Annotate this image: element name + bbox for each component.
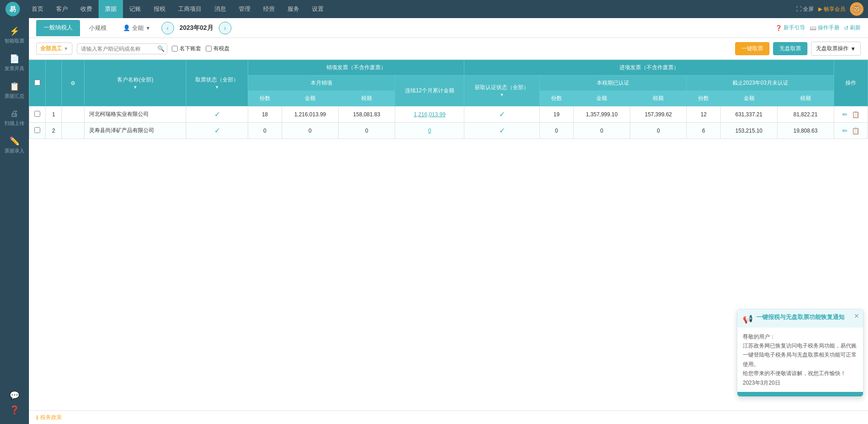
row-status: ✓ [186, 123, 248, 139]
th-unconfirmed-tax: 税额 [777, 91, 834, 106]
table-row: 1 河北柯瑞格实业有限公司 ✓ 18 1,216,013.99 158,081.… [29, 106, 868, 123]
row-purchase-count: 19 [539, 106, 573, 123]
notification-greeting: 尊敬的用户： [743, 332, 858, 341]
checkbox-tax-disk[interactable]: 有税盘 [206, 45, 230, 52]
row-checkbox[interactable] [34, 111, 40, 117]
next-month-btn[interactable]: › [219, 22, 231, 34]
row-action: ✏ 📋 [834, 106, 868, 123]
th-sales-count: 份数 [248, 91, 282, 106]
row-unconfirmed-tax: 19,808.63 [777, 123, 834, 139]
search-input[interactable] [77, 43, 167, 54]
purchase-confirm-icon: ✓ [499, 127, 505, 134]
th-sales: 销项发票（不含作废票） [248, 60, 464, 76]
prev-month-btn[interactable]: ‹ [161, 22, 174, 34]
svg-text:易: 易 [9, 5, 16, 13]
bottom-bar: ℹ 税务政策 [29, 410, 868, 424]
tax-policy-link[interactable]: ℹ 税务政策 [36, 414, 62, 421]
nav-home[interactable]: 首页 [25, 0, 50, 18]
nav-fee[interactable]: 收费 [74, 0, 99, 18]
all-icon: 👤 [123, 24, 130, 31]
edit-icon[interactable]: ✏ [842, 111, 848, 118]
member-icon: ▶ [818, 6, 822, 12]
sidebar-item-invoice-entry[interactable]: ✏️ 票据录入 [1, 133, 28, 158]
nav-service[interactable]: 服务 [281, 0, 306, 18]
notification-header: 📢 一键报税与无盘取票功能恢复通知 [737, 310, 863, 328]
sidebar-item-invoice-summary[interactable]: 📋 票据汇总 [1, 78, 28, 103]
invoice-issue-icon: 📄 [9, 54, 19, 64]
row-sales-tax: 0 [339, 123, 395, 139]
sidebar-item-smart-ticket[interactable]: ⚡ 智能取票 [1, 23, 28, 48]
row-sales-count: 0 [248, 123, 282, 139]
customer-filter-icon[interactable]: ▼ [133, 85, 137, 90]
nav-operation[interactable]: 经营 [257, 0, 281, 18]
nav-settings[interactable]: 设置 [306, 0, 330, 18]
notification-close-btn[interactable]: ✕ [854, 312, 859, 319]
select-all-checkbox[interactable] [34, 80, 40, 86]
employee-select[interactable]: 全部员工 ▼ [36, 43, 72, 55]
row-sales-amount: 1,216,013.99 [282, 106, 338, 123]
manual-btn[interactable]: 📖 操作手册 [810, 24, 840, 32]
purchase-confirm-icon: ✓ [499, 110, 505, 118]
th-purchase-count: 份数 [539, 91, 573, 106]
sidebar-item-invoice-issue[interactable]: 📄 发票开具 [1, 50, 28, 76]
status-filter-icon[interactable]: ▼ [215, 85, 219, 90]
chat-icon[interactable]: 💬 [9, 391, 19, 400]
continuous-link[interactable]: 1,216,013.99 [414, 111, 445, 118]
nav-customer[interactable]: 客户 [50, 0, 74, 18]
employee-select-arrow: ▼ [64, 46, 68, 51]
nav-business[interactable]: 工商项目 [172, 0, 208, 18]
th-purchase-amount: 金额 [573, 91, 630, 106]
smart-ticket-icon: ⚡ [9, 26, 19, 36]
notification-scroll [737, 392, 863, 396]
main-table: ⚙ 客户名称(全部) ▼ 取票状态（全部） ▼ 销项发票（不含作废票） 进项发票… [29, 60, 868, 139]
row-checkbox[interactable] [34, 127, 40, 133]
detail-icon[interactable]: 📋 [852, 127, 859, 134]
detail-icon[interactable]: 📋 [852, 111, 859, 118]
nav-tax[interactable]: 报税 [147, 0, 172, 18]
nav-manage[interactable]: 管理 [232, 0, 257, 18]
th-continuous: 连续12个月累计金额 [395, 76, 464, 106]
sidebar-item-scan-upload[interactable]: 🖨 扫描上传 [1, 105, 28, 130]
nav-message[interactable]: 消息 [208, 0, 232, 18]
avatar[interactable]: 🐵 [850, 2, 863, 16]
tab-all[interactable]: 👤 全能 ▼ [116, 20, 158, 36]
refresh-btn[interactable]: ↺ 刷新 [844, 24, 861, 32]
notification-title: 一键报税与无盘取票功能恢复通知 [756, 313, 844, 321]
confirm-status-filter-icon[interactable]: ▼ [500, 92, 504, 97]
tab-general-taxpayer[interactable]: 一般纳税人 [36, 20, 80, 36]
checkbox-tax-disk-input[interactable] [206, 46, 212, 52]
nav-invoice[interactable]: 票据 [99, 0, 123, 18]
table-row: 2 灵寿县尚泽矿产品有限公司 ✓ 0 0 0 0 ✓ 0 0 0 6 153,2… [29, 123, 868, 139]
new-guide-btn[interactable]: ❓ 新手引导 [775, 24, 805, 32]
settings-icon[interactable]: ⚙ [71, 80, 75, 86]
th-deadline-unconfirmed: 截止2023年03月未认证 [687, 76, 834, 91]
checkbox-account[interactable]: 名下账套 [172, 45, 201, 52]
help-icon[interactable]: ❓ [9, 405, 19, 415]
edit-icon[interactable]: ✏ [842, 127, 848, 134]
status-check-icon: ✓ [214, 110, 220, 118]
no-disk-ticket-btn[interactable]: 无盘取票 [773, 42, 807, 55]
tab-expand-icon[interactable]: ▼ [146, 25, 151, 31]
notification-closing: 给您带来的不便敬请谅解，祝您工作愉快！ [743, 369, 858, 378]
row-sales-continuous: 0 [395, 123, 464, 139]
th-customer: 客户名称(全部) ▼ [85, 60, 186, 106]
one-click-ticket-btn[interactable]: 一键取票 [735, 42, 769, 55]
filter-bar: 全部员工 ▼ 🔍 名下账套 有税盘 一键取票 无盘取票 无盘取票操作 ▼ [29, 38, 868, 60]
th-sales-tax: 税额 [339, 91, 395, 106]
no-disk-op-btn[interactable]: 无盘取票操作 ▼ [811, 42, 861, 56]
row-sales-continuous: 1,216,013.99 [395, 106, 464, 123]
member-btn[interactable]: ▶ 畅享会员 [818, 5, 845, 13]
fullscreen-btn[interactable]: ⛶ 全屏 [796, 5, 814, 13]
th-settings: ⚙ [62, 60, 85, 106]
continuous-link[interactable]: 0 [428, 128, 431, 134]
invoice-summary-icon: 📋 [9, 81, 19, 91]
checkbox-account-input[interactable] [172, 46, 178, 52]
row-unconfirmed-count: 12 [687, 106, 721, 123]
tab-small-scale[interactable]: 小规模 [82, 20, 114, 36]
search-icon[interactable]: 🔍 [157, 45, 165, 52]
th-operation: 操作 [834, 60, 868, 106]
th-confirm-status: 获取认证状态（全部） ▼ [464, 76, 539, 106]
row-checkbox-cell [29, 106, 46, 123]
nav-bookkeeping[interactable]: 记账 [123, 0, 147, 18]
notification-body: 尊敬的用户： 江苏政务网已恢复访问电子税务局功能，易代账一键登陆电子税务局与无盘… [737, 328, 863, 392]
